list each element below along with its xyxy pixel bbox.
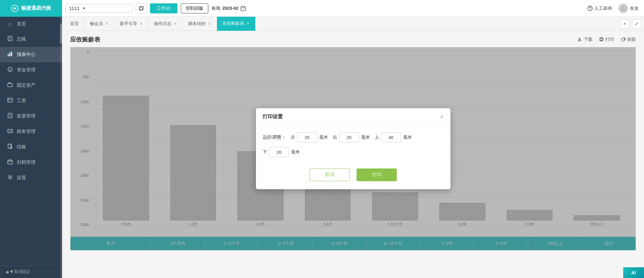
print-button[interactable]: 打印	[599, 37, 614, 43]
logo: 畅捷通易代账	[0, 0, 62, 17]
settings-icon	[7, 175, 13, 181]
tab-expand-button[interactable]: ⤢	[632, 19, 641, 28]
left-label: 左	[291, 134, 295, 140]
left-margin-input[interactable]	[297, 132, 317, 142]
left-unit: 毫米	[319, 134, 328, 140]
funds-icon: ¥	[7, 67, 13, 73]
bottom-label: 下	[263, 149, 267, 155]
copy-button[interactable]	[136, 3, 147, 14]
tab-period-close[interactable]: ×	[208, 21, 211, 27]
tab-oplog-close[interactable]: ×	[173, 21, 177, 27]
user-button[interactable]: 友友	[619, 4, 639, 13]
company-name: 1111	[69, 6, 79, 11]
support-button[interactable]: 人工咨询	[587, 5, 612, 11]
right-label: 右	[333, 134, 337, 140]
dialog-close-button[interactable]: ×	[440, 114, 444, 120]
dialog-body: 边距调整： 左 毫米 右 毫米	[256, 124, 450, 165]
tab-member-close[interactable]: ×	[105, 21, 109, 27]
svg-point-9	[622, 6, 625, 9]
bottom-margin-group: 下 毫米	[263, 147, 300, 157]
margin-row: 边距调整： 左 毫米 右 毫米	[263, 132, 444, 157]
content-area: 首页 畅会员 × 新手引导 × 操作日志 × 期末结转 × 应收账龄表 ×	[62, 17, 644, 278]
sidebar-item-home[interactable]: ⌂ 首页	[0, 17, 62, 31]
dialog-header: 打印设置 ×	[256, 108, 450, 124]
tab-bar: 首页 畅会员 × 新手引导 × 操作日志 × 期末结转 × 应收账龄表 ×	[62, 17, 644, 31]
print-settings-dialog: 打印设置 × 边距调整： 左 毫米	[256, 108, 450, 189]
top-right: 人工咨询 友友	[587, 4, 639, 13]
right-margin-input[interactable]	[339, 132, 359, 142]
svg-rect-14	[8, 54, 9, 56]
top-margin-group: 上 毫米	[375, 132, 412, 142]
tab-guide-close[interactable]: ×	[139, 21, 143, 27]
right-margin-group: 右 毫米	[333, 132, 370, 142]
collapse-icon: ◀	[5, 270, 8, 274]
sidebar-item-tax[interactable]: 税务管理	[0, 124, 62, 139]
payroll-icon	[7, 97, 13, 104]
sidebar-item-archive[interactable]: 归档管理	[0, 155, 62, 170]
svg-point-35	[9, 177, 11, 178]
sidebar-collapse-button[interactable]: ◀ ◀ 取消固定	[0, 265, 62, 278]
sidebar-scroll: ⌂ 首页 总账 报表中心 ¥ 资金管理	[0, 17, 62, 265]
sidebar-item-invoices[interactable]: 发票管理	[0, 109, 62, 124]
bottom-margin-input[interactable]	[269, 147, 289, 157]
sidebar-item-reports[interactable]: 报表中心	[0, 47, 62, 62]
ai-badge: Ai	[623, 267, 644, 278]
left-margin-group: 左 毫米	[291, 132, 328, 142]
sidebar-item-payroll[interactable]: 工资	[0, 93, 62, 109]
assets-icon	[7, 82, 13, 89]
avatar	[619, 4, 628, 13]
top-margin-input[interactable]	[381, 132, 401, 142]
page-actions: 下载 打印 刷新	[577, 37, 636, 43]
sidebar-item-settings[interactable]: 设置	[0, 170, 62, 186]
invoices-icon	[7, 113, 13, 120]
company-dropdown-icon: ▼	[82, 6, 86, 10]
svg-rect-20	[8, 98, 12, 102]
top-bar: 畅捷通易代账 1111 ▼ 工作台 切到旧版 账期 2023-02 人工咨询 友…	[0, 0, 644, 17]
sidebar-item-funds[interactable]: ¥ 资金管理	[0, 62, 62, 78]
svg-point-28	[9, 131, 10, 132]
refresh-button[interactable]: 刷新	[621, 37, 636, 43]
tab-close-all-button[interactable]: ×	[620, 19, 629, 28]
tab-member[interactable]: 畅会员 ×	[85, 17, 114, 31]
tab-guide[interactable]: 新手引导 ×	[114, 17, 149, 31]
tab-aging[interactable]: 应收账龄表 ×	[217, 17, 256, 31]
switch-version-button[interactable]: 切到旧版	[181, 3, 208, 13]
download-button[interactable]: 下载	[577, 37, 592, 43]
archive-icon	[7, 159, 13, 166]
svg-rect-32	[8, 160, 12, 164]
dialog-footer: 取消 打印	[256, 165, 450, 189]
svg-rect-16	[11, 52, 12, 56]
svg-text:¥: ¥	[9, 68, 11, 71]
sidebar-item-assets[interactable]: 固定资产	[0, 78, 62, 93]
tab-aging-close[interactable]: ×	[246, 20, 250, 26]
svg-point-8	[590, 9, 590, 10]
right-unit: 毫米	[361, 134, 370, 140]
cancel-button[interactable]: 取消	[310, 168, 350, 181]
page-title: 应收账龄表	[70, 36, 100, 44]
dialog-overlay: 打印设置 × 边距调整： 左 毫米	[70, 47, 636, 250]
dialog-title: 打印设置	[263, 114, 283, 120]
margin-label: 边距调整：	[263, 134, 286, 140]
page-header: 应收账龄表 下载 打印 刷新	[62, 31, 644, 47]
svg-rect-27	[8, 129, 12, 133]
sidebar-item-ledger[interactable]: 总账	[0, 31, 62, 47]
sidebar-item-closing[interactable]: 结账	[0, 139, 62, 155]
confirm-print-button[interactable]: 打印	[357, 168, 397, 181]
account-period: 账期 2023-02	[212, 5, 246, 11]
top-label: 上	[375, 134, 379, 140]
bottom-unit: 毫米	[291, 149, 300, 155]
svg-rect-34	[9, 159, 11, 160]
tab-period-end[interactable]: 期末结转 ×	[183, 17, 217, 31]
period-value: 2023-02	[222, 6, 238, 11]
svg-rect-38	[600, 40, 602, 41]
company-select[interactable]: 1111 ▼	[65, 4, 132, 13]
svg-rect-19	[8, 83, 12, 87]
home-icon: ⌂	[7, 21, 13, 27]
ledger-icon	[7, 36, 13, 43]
svg-rect-31	[8, 144, 11, 148]
tab-home[interactable]: 首页	[65, 17, 85, 31]
svg-rect-15	[9, 53, 10, 56]
workbench-button[interactable]: 工作台	[150, 3, 177, 13]
tab-oplog[interactable]: 操作日志 ×	[149, 17, 183, 31]
closing-icon	[7, 144, 13, 150]
